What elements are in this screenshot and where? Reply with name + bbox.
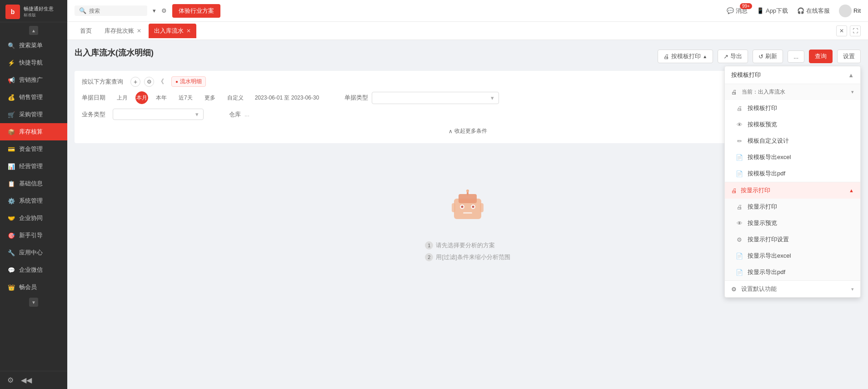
header-dropdown-icon[interactable]: ▾ <box>153 7 156 14</box>
date-filter-label: 单据日期 <box>82 94 105 102</box>
chip-icon: ● <box>175 79 178 84</box>
messages-button[interactable]: 💬 消息 99+ <box>727 7 748 15</box>
current-arrow-icon: ▾ <box>851 89 854 95</box>
doc-type-select[interactable]: ▾ <box>372 92 499 104</box>
sidebar-item-inventory[interactable]: 📦 库存核算 <box>0 123 67 140</box>
business-type-select[interactable]: ▾ <box>113 109 204 120</box>
dropdown-current-item: 🖨 当前：出入库流水 ▾ <box>725 84 860 100</box>
sidebar-item-enterprise[interactable]: 🤝 企业协同 <box>0 209 67 227</box>
industry-solution-button[interactable]: 体验行业方案 <box>172 4 220 18</box>
query-button[interactable]: 查询 <box>809 50 833 63</box>
app-icon: 📱 <box>757 7 764 14</box>
scroll-down-button[interactable]: ▼ <box>29 298 38 307</box>
more-button[interactable]: ... <box>788 50 804 63</box>
sidebar-item-vip[interactable]: 👑 畅会员 <box>0 279 67 296</box>
print-icon: 🖨 <box>736 105 743 112</box>
filter-settings-button[interactable]: ⚙ <box>144 77 154 87</box>
messages-badge: 99+ <box>740 3 752 9</box>
display-print-button[interactable]: 🖨 按显示打印 <box>725 199 860 215</box>
set-default-icon: ⚙ <box>731 286 737 293</box>
user-avatar[interactable]: Rit <box>839 5 861 17</box>
message-icon: 💬 <box>727 7 734 14</box>
header-search-icon: 🔍 <box>79 7 86 14</box>
display-print-section-header[interactable]: 🖨 按显示打印 ▲ <box>725 182 860 199</box>
tab-close-all-button[interactable]: ✕ <box>836 25 847 36</box>
tab-fullscreen-button[interactable]: ⛶ <box>850 25 861 36</box>
tab-flow[interactable]: 出入库流水 ✕ <box>149 24 196 38</box>
sidebar-item-sales[interactable]: 💰 销售管理 <box>0 89 67 106</box>
sidebar-item-purchase[interactable]: 🛒 采购管理 <box>0 106 67 123</box>
sidebar-item-marketing[interactable]: 📢 营销推广 <box>0 71 67 89</box>
inventory-icon: 📦 <box>7 128 15 136</box>
display-preview-button[interactable]: 👁 按显示预览 <box>725 215 860 231</box>
sidebar-item-search[interactable]: 🔍 搜索菜单 <box>0 37 67 54</box>
system-icon: ⚙️ <box>7 197 15 205</box>
sidebar-item-operations[interactable]: 📊 经营管理 <box>0 158 67 175</box>
template-print-button[interactable]: 🖨 按模板打印 <box>725 100 860 116</box>
header-search-input[interactable] <box>89 8 135 14</box>
template-export-pdf-button[interactable]: 📄 按模板导出pdf <box>725 165 860 182</box>
display-print-item-icon: 🖨 <box>736 203 743 210</box>
online-service-button[interactable]: 🎧 在线客服 <box>797 7 830 15</box>
warehouse-label: 仓库 <box>229 110 241 119</box>
filter-collapse-button[interactable]: 《 <box>158 78 164 86</box>
date-btn-current-year[interactable]: 本年 <box>152 92 171 104</box>
close-tab-batch-account[interactable]: ✕ <box>137 28 141 34</box>
export-button[interactable]: ↗ 导出 <box>718 50 748 63</box>
sidebar-collapse-icon[interactable]: ◀◀ <box>21 376 32 384</box>
sidebar-settings-icon[interactable]: ⚙ <box>7 376 14 384</box>
svg-point-5 <box>472 206 474 208</box>
sidebar-item-system[interactable]: ⚙️ 系统管理 <box>0 192 67 209</box>
purchase-icon: 🛒 <box>7 110 15 119</box>
search-bar[interactable]: 🔍 <box>75 5 147 16</box>
sidebar-item-quick-nav[interactable]: ⚡ 快捷导航 <box>0 54 67 71</box>
sidebar-item-apps[interactable]: 🔧 应用中心 <box>0 244 67 261</box>
date-btn-7days[interactable]: 近7天 <box>175 92 197 104</box>
empty-tips-list: 1 请先选择要分析的方案 2 用[过滤]条件来缩小分析范围 <box>425 239 510 263</box>
basic-icon: 📋 <box>7 180 15 188</box>
dropdown-collapse-icon[interactable]: ▲ <box>848 72 854 79</box>
current-icon: 🖨 <box>731 89 737 95</box>
print-template-button[interactable]: 🖨 按模板打印 ▲ <box>658 50 713 63</box>
date-btn-last-month[interactable]: 上月 <box>113 92 132 104</box>
display-export-excel-button[interactable]: 📄 按显示导出excel <box>725 248 860 264</box>
chevron-up-icon: ∧ <box>449 128 453 135</box>
set-default-button[interactable]: ⚙ 设置默认功能 ▾ <box>725 281 860 297</box>
header-gear-icon[interactable]: ⚙ <box>161 7 167 14</box>
wechat-icon: 💬 <box>7 266 15 274</box>
logo-text: 畅捷通好生意 标准版 <box>24 5 54 18</box>
date-btn-current-month[interactable]: 本月 <box>135 91 148 104</box>
apps-icon: 🔧 <box>7 249 15 257</box>
settings-button[interactable]: 设置 <box>837 50 861 63</box>
guide-icon: 🎯 <box>7 231 15 239</box>
date-btn-custom[interactable]: 自定义 <box>223 92 248 104</box>
filter-label: 按以下方案查询 <box>82 78 123 86</box>
sidebar-item-basic[interactable]: 📋 基础信息 <box>0 175 67 192</box>
filter-add-button[interactable]: + <box>130 77 140 87</box>
vip-icon: 👑 <box>7 283 15 291</box>
chevron-up-icon: ▲ <box>703 54 707 59</box>
sidebar-item-finance[interactable]: 💳 资金管理 <box>0 140 67 158</box>
date-filter-buttons: 上月 本月 本年 近7天 更多 自定义 <box>113 91 248 104</box>
app-download-button[interactable]: 📱 App下载 <box>757 7 788 15</box>
display-export-pdf-button[interactable]: 📄 按显示导出pdf <box>725 264 860 280</box>
template-preview-button[interactable]: 👁 按模板预览 <box>725 116 860 133</box>
date-btn-more[interactable]: 更多 <box>200 92 219 104</box>
enterprise-icon: 🤝 <box>7 214 15 222</box>
scroll-up-button[interactable]: ▲ <box>29 26 38 35</box>
display-settings-icon: ⚙ <box>736 236 743 243</box>
sidebar-item-wechat[interactable]: 💬 企业微信 <box>0 261 67 279</box>
sidebar-nav: ▲ 🔍 搜索菜单 ⚡ 快捷导航 📢 营销推广 💰 销售管理 🛒 采购管理 📦 库… <box>0 22 67 371</box>
section-collapse-icon: ▲ <box>849 188 854 193</box>
warehouse-more-button[interactable]: ... <box>244 111 249 118</box>
svg-rect-6 <box>463 212 472 214</box>
excel-icon: 📄 <box>736 154 743 161</box>
close-tab-flow[interactable]: ✕ <box>186 28 191 34</box>
refresh-button[interactable]: ↺ 刷新 <box>753 50 783 63</box>
sidebar-item-guide[interactable]: 🎯 新手引导 <box>0 227 67 244</box>
template-custom-button[interactable]: ✏ 模板自定义设计 <box>725 133 860 149</box>
display-print-settings-button[interactable]: ⚙ 按显示打印设置 <box>725 231 860 248</box>
tab-home[interactable]: 首页 <box>75 24 97 38</box>
template-export-excel-button[interactable]: 📄 按模板导出excel <box>725 149 860 165</box>
tab-batch-account[interactable]: 库存批次账 ✕ <box>99 24 147 38</box>
